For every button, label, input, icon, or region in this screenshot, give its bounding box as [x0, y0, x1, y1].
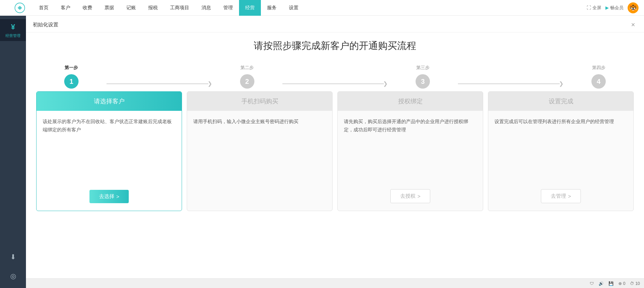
- close-button[interactable]: ×: [629, 21, 637, 29]
- card-1-header: 请选择客户: [37, 92, 182, 111]
- avatar: 🐯: [628, 2, 639, 13]
- nav-item-business[interactable]: 工商项目: [164, 0, 195, 16]
- sidebar-download-btn[interactable]: ⬇: [0, 248, 26, 265]
- card-3-header: 授权绑定: [338, 92, 483, 111]
- nav-item-settings[interactable]: 设置: [283, 0, 305, 16]
- card-1: 请选择客户 该处展示的客户为不在回收站、客户状态正常建账后完成老板端绑定的所有客…: [36, 91, 182, 211]
- card-1-body: 该处展示的客户为不在回收站、客户状态正常建账后完成老板端绑定的所有客户: [37, 111, 182, 186]
- card-1-footer: 去选择 >: [37, 186, 182, 211]
- nav-items: 首页 客户 收费 票据 记账 报税 工商项目 消息 管理 经营 服务 设置: [33, 0, 587, 16]
- connector-3-4: ❯: [458, 65, 563, 87]
- shield-icon: 🛡: [590, 281, 594, 286]
- steps-timeline: 第一步 1 ❯ 第二步 2 ❯ 第三步 3: [36, 65, 634, 89]
- go-manage-button[interactable]: 去管理 >: [541, 189, 581, 203]
- connector-1-2: ❯: [107, 65, 212, 87]
- sidebar-support-btn[interactable]: ◎: [0, 267, 26, 285]
- nav-item-operation[interactable]: 经营: [239, 0, 261, 16]
- card-4-header: 设置完成: [488, 92, 633, 111]
- steps-section: 请按照步骤完成新客户的开通购买流程 第一步 1 ❯ 第二步 2 ❯: [26, 32, 644, 214]
- go-manage-arrow: >: [568, 193, 571, 199]
- top-nav: 首页 客户 收费 票据 记账 报税 工商项目 消息 管理 经营 服务 设置 ⛶ …: [0, 0, 644, 16]
- page-title: 初始化设置: [33, 22, 58, 28]
- card-2-header: 手机扫码购买: [187, 92, 332, 111]
- step-2: 第二步 2: [212, 65, 282, 89]
- support-icon: ◎: [10, 272, 16, 280]
- status-bar: ▶ 完成 🛡 🔊 💾 ⊕ 0 ⏱ 10: [0, 278, 644, 288]
- member-button[interactable]: ▶ 畅会员: [605, 5, 624, 11]
- arrow-1-2: ❯: [208, 80, 212, 87]
- nav-item-home[interactable]: 首页: [33, 0, 55, 16]
- step-2-circle: 2: [240, 74, 254, 89]
- download-icon: ⬇: [10, 253, 16, 261]
- card-2-footer: [187, 199, 332, 211]
- save-icon: 💾: [608, 281, 614, 286]
- nav-item-bill[interactable]: 票据: [98, 0, 120, 16]
- nav-right: ⛶ 全屏 ▶ 畅会员 🐯: [587, 2, 644, 13]
- nav-item-tax[interactable]: 报税: [142, 0, 164, 16]
- nav-item-service[interactable]: 服务: [261, 0, 283, 16]
- main-content: 初始化设置 × 请按照步骤完成新客户的开通购买流程 第一步 1 ❯ 第二步 2: [26, 16, 644, 288]
- member-label: 畅会员: [610, 5, 624, 11]
- sidebar-item-operation[interactable]: ¥ 经营管理: [0, 19, 26, 41]
- card-3-footer: 去授权 >: [338, 185, 483, 211]
- play-icon: ▶: [605, 5, 609, 10]
- timer-10: ⏱ 10: [630, 281, 640, 286]
- go-authorize-label: 去授权: [400, 193, 416, 199]
- nav-item-manage[interactable]: 管理: [217, 0, 239, 16]
- go-select-arrow: >: [116, 194, 120, 199]
- card-4-body: 设置完成后可以在管理列表进行所有企业用户的经营管理: [488, 111, 633, 185]
- step-3-circle: 3: [416, 74, 430, 89]
- nav-logo: [7, 2, 33, 13]
- card-3-body: 请先购买，购买后选择开通的产品中的企业用户进行授权绑定，成功后即可进行经营管理: [338, 111, 483, 185]
- go-select-label: 去选择: [99, 193, 114, 200]
- fullscreen-label: 全屏: [592, 5, 601, 11]
- step-4-circle: 4: [591, 74, 606, 89]
- line-3-4: [458, 83, 560, 84]
- sidebar: ¥ 经营管理 ⬇ ◎: [0, 16, 26, 288]
- nav-item-customer[interactable]: 客户: [55, 0, 76, 16]
- go-select-button[interactable]: 去选择 >: [89, 190, 129, 203]
- cards-row: 请选择客户 该处展示的客户为不在回收站、客户状态正常建账后完成老板端绑定的所有客…: [36, 91, 634, 211]
- arrow-2-3: ❯: [383, 80, 388, 87]
- arrow-3-4: ❯: [559, 80, 563, 87]
- sidebar-label: 经营管理: [5, 33, 20, 38]
- step-4-label: 第四步: [592, 65, 605, 71]
- nav-item-message[interactable]: 消息: [195, 0, 217, 16]
- go-authorize-arrow: >: [418, 193, 421, 199]
- volume-icon: 🔊: [599, 281, 604, 286]
- go-manage-label: 去管理: [551, 193, 566, 199]
- fullscreen-button[interactable]: ⛶ 全屏: [587, 5, 601, 11]
- step-2-label: 第二步: [240, 65, 254, 71]
- card-4: 设置完成 设置完成后可以在管理列表进行所有企业用户的经营管理 去管理 >: [488, 91, 634, 211]
- steps-main-title: 请按照步骤完成新客户的开通购买流程: [36, 39, 634, 52]
- card-2: 手机扫码购买 请用手机扫码，输入小微企业主账号密码进行购买: [187, 91, 333, 211]
- sidebar-bottom: ⬇ ◎: [0, 248, 26, 285]
- step-3-label: 第三步: [416, 65, 430, 71]
- nav-item-account[interactable]: 记账: [120, 0, 142, 16]
- card-4-footer: 去管理 >: [488, 185, 633, 211]
- line-1-2: [107, 83, 208, 84]
- connector-2-3: ❯: [282, 65, 388, 87]
- step-4: 第四步 4: [563, 65, 634, 89]
- go-authorize-button[interactable]: 去授权 >: [390, 189, 431, 203]
- card-2-body: 请用手机扫码，输入小微企业主账号密码进行购买: [187, 111, 332, 199]
- step-1-circle: 1: [64, 74, 79, 89]
- line-2-3: [282, 83, 384, 84]
- nav-item-fee[interactable]: 收费: [76, 0, 98, 16]
- card-3: 授权绑定 请先购买，购买后选择开通的产品中的企业用户进行授权绑定，成功后即可进行…: [337, 91, 483, 211]
- step-1-label: 第一步: [65, 65, 78, 71]
- step-3: 第三步 3: [388, 65, 458, 89]
- status-right: 🛡 🔊 💾 ⊕ 0 ⏱ 10: [590, 281, 640, 286]
- fullscreen-icon: ⛶: [587, 5, 591, 10]
- page-header: 初始化设置 ×: [26, 16, 644, 32]
- step-1: 第一步 1: [36, 65, 107, 89]
- yuan-icon: ¥: [8, 22, 18, 32]
- counter-0: ⊕ 0: [618, 281, 625, 286]
